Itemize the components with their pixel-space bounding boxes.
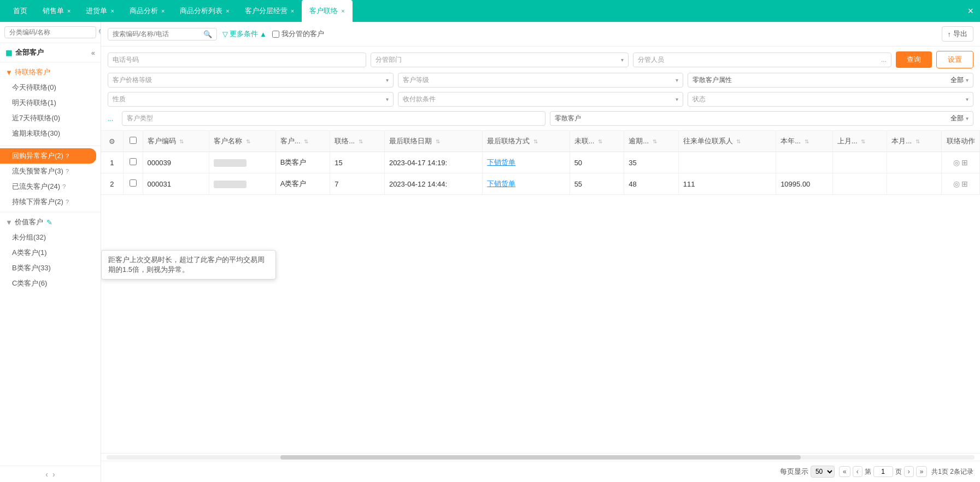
last-page-button[interactable]: » [916, 466, 928, 477]
nav-item-purchase[interactable]: 进货单 × [78, 0, 121, 22]
nav-analysis-list-close[interactable]: × [226, 8, 229, 14]
cell-check-2[interactable] [123, 173, 143, 195]
th-code: 客户编码 ⇅ [143, 131, 209, 152]
my-customers-checkbox-area[interactable]: 我分管的客户 [272, 29, 324, 39]
filter-more-button[interactable]: ... [108, 115, 113, 123]
sidebar-item-week-pending[interactable]: 近7天待联络(0) [0, 111, 101, 126]
retail-attr-filter[interactable]: 零散客户属性 全部 ▾ [688, 73, 973, 88]
sidebar-item-overdue-pending[interactable]: 逾期未联络(30) [0, 126, 101, 141]
nav-item-analysis[interactable]: 商品分析 × [122, 0, 172, 22]
cell-this-month-2 [887, 173, 942, 195]
price-grade-filter[interactable]: 客户价格等级 ▾ [108, 73, 394, 88]
this-month-sort-icon[interactable]: ⇅ [916, 138, 920, 144]
row-2-action1-icon[interactable]: ◎ [953, 179, 960, 188]
export-button[interactable]: ↑ 导出 [942, 26, 974, 42]
type-sort-icon[interactable]: ⇅ [304, 138, 308, 144]
sidebar-collapse-icon[interactable]: « [91, 49, 95, 57]
nav-customer-mgmt-label: 客户分层经营 [245, 6, 287, 16]
th-actions: 联络动作 [942, 131, 980, 152]
nav-item-customer-contact[interactable]: 客户联络 × [302, 0, 352, 22]
payment-filter[interactable]: 收付款条件 ▾ [398, 92, 684, 107]
settings-button[interactable]: 设置 [936, 51, 973, 68]
nav-purchase-close[interactable]: × [110, 8, 114, 14]
sidebar-item-tomorrow-pending[interactable]: 明天待联络(1) [0, 95, 101, 111]
manager-filter[interactable]: 分管人员 ... [633, 53, 891, 67]
page-input[interactable] [873, 466, 893, 477]
sidebar-item-class-c[interactable]: C类客户(6) [0, 276, 101, 291]
cell-check-1[interactable] [123, 152, 143, 173]
row-2-action2-icon[interactable]: ⊞ [961, 179, 968, 188]
this-year-sort-icon[interactable]: ⇅ [805, 138, 809, 144]
row-2-checkbox[interactable] [130, 179, 137, 187]
cell-contacts-2: 111 [678, 173, 776, 195]
filter-area: 电话号码 分管部门 ▾ 分管人员 ... 查询 设置 客户价格等级 ▾ [101, 47, 980, 131]
retail-customer-filter[interactable]: 零散客户 全部 ▾ [550, 111, 973, 126]
sidebar-item-today-pending[interactable]: 今天待联络(0) [0, 80, 101, 95]
last-month-sort-icon[interactable]: ⇅ [861, 138, 865, 144]
sidebar-item-lost-prospect[interactable]: 流失预警客户(3) ? [0, 164, 101, 179]
sidebar-item-repurchase-abnormal[interactable]: 回购异常客户(2) ? [0, 148, 96, 164]
sidebar-item-sustain-drop[interactable]: 持续下滑客户(2) ? [0, 194, 101, 210]
all-customers-title[interactable]: ▦ 全部客户 « [0, 43, 101, 62]
my-customers-checkbox[interactable] [272, 31, 279, 38]
phone-filter[interactable]: 电话号码 [108, 53, 366, 67]
value-group-title[interactable]: ▼ 价值客户 ✎ [0, 214, 101, 230]
th-gear[interactable]: ⚙ [101, 131, 123, 152]
name-sort-icon[interactable]: ⇅ [246, 138, 250, 144]
contacts-sort-icon[interactable]: ⇅ [736, 138, 741, 144]
prev-page-button[interactable]: ‹ [853, 466, 862, 477]
method-link-1[interactable]: 下销货单 [487, 158, 515, 166]
next-page-button[interactable]: › [904, 466, 914, 477]
contact-sort-icon[interactable]: ⇅ [359, 138, 363, 144]
status-filter[interactable]: 状态 ▾ [688, 92, 973, 107]
row-1-checkbox[interactable] [130, 158, 137, 165]
gender-filter[interactable]: 性质 ▾ [108, 92, 394, 107]
horizontal-scrollbar[interactable] [101, 453, 980, 461]
search-input[interactable] [113, 30, 203, 38]
customer-grade-filter[interactable]: 客户等级 ▾ [398, 73, 684, 88]
nav-customer-contact-close[interactable]: × [341, 8, 344, 14]
sidebar-search-input[interactable] [4, 26, 96, 38]
manager-more-label: ... [881, 56, 887, 63]
sidebar-item-already-lost[interactable]: 已流失客户(24) ? [0, 179, 101, 194]
th-check[interactable] [123, 131, 143, 152]
row-1-action2-icon[interactable]: ⊞ [961, 158, 968, 167]
method-sort-icon[interactable]: ⇅ [533, 138, 538, 144]
query-button[interactable]: 查询 [896, 51, 932, 68]
cell-method-1[interactable]: 下销货单 [483, 152, 570, 173]
nav-sales-close[interactable]: × [67, 8, 71, 14]
nav-item-customer-mgmt[interactable]: 客户分层经营 × [237, 0, 302, 22]
method-link-2[interactable]: 下销货单 [487, 179, 515, 188]
cell-method-2[interactable]: 下销货单 [483, 173, 570, 195]
first-page-button[interactable]: « [839, 466, 850, 477]
nav-analysis-close[interactable]: × [161, 8, 165, 14]
nav-item-analysis-list[interactable]: 商品分析列表 × [172, 0, 237, 22]
customer-type-filter[interactable]: 客户类型 [122, 111, 545, 126]
column-settings-icon[interactable]: ⚙ [109, 137, 115, 146]
scrollbar-thumb[interactable] [280, 455, 801, 460]
per-page-select[interactable]: 50 [811, 466, 835, 478]
close-all-tabs-button[interactable]: × [967, 5, 973, 17]
toolbar-search-icon[interactable]: 🔍 [203, 30, 212, 38]
pending-group-title[interactable]: ▼ 待联络客户 [0, 65, 101, 80]
value-group-edit-icon[interactable]: ✎ [46, 218, 52, 227]
sidebar-item-class-a[interactable]: A类客户(1) [0, 245, 101, 260]
more-conditions-button[interactable]: ▽ 更多条件 ▲ [222, 29, 267, 39]
nav-item-home[interactable]: 首页 [5, 0, 35, 22]
unlisted-sort-icon[interactable]: ⇅ [598, 138, 602, 144]
overdue-sort-icon[interactable]: ⇅ [653, 138, 657, 144]
nav-customer-mgmt-close[interactable]: × [291, 8, 294, 14]
dept-arrow-icon: ▾ [621, 57, 624, 63]
code-sort-icon[interactable]: ⇅ [179, 138, 184, 144]
dept-filter[interactable]: 分管部门 ▾ [371, 53, 629, 67]
sidebar-item-class-b[interactable]: B类客户(33) [0, 260, 101, 276]
sidebar-item-ungrouped[interactable]: 未分组(32) [0, 230, 101, 245]
nav-analysis-label: 商品分析 [130, 6, 158, 16]
select-all-checkbox[interactable] [130, 137, 137, 144]
filter-icon: ▽ [222, 30, 228, 38]
date-sort-icon[interactable]: ⇅ [436, 138, 440, 144]
nav-item-sales[interactable]: 销售单 × [35, 0, 78, 22]
row-1-action1-icon[interactable]: ◎ [953, 158, 960, 167]
sidebar-scroll-right[interactable]: › [52, 470, 55, 479]
sidebar-scroll-left[interactable]: ‹ [45, 470, 48, 479]
